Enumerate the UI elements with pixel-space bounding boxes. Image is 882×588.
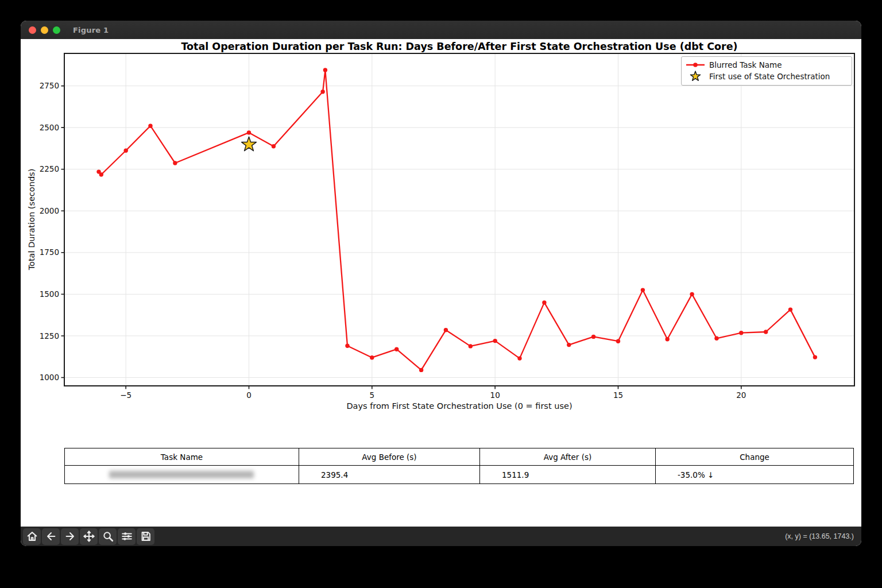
plot-area[interactable]: −505101520100012501500175020002250250027…	[21, 39, 861, 441]
header-avg-before: Avg Before (s)	[299, 448, 480, 466]
svg-text:2750: 2750	[40, 81, 59, 90]
title-bar[interactable]: Figure 1	[21, 21, 861, 39]
svg-text:1000: 1000	[40, 373, 59, 382]
svg-text:10: 10	[490, 390, 500, 400]
svg-text:2500: 2500	[40, 123, 59, 132]
configure-subplots-button[interactable]	[118, 528, 136, 545]
summary-table: Task Name Avg Before (s) Avg After (s) C…	[64, 448, 854, 484]
svg-text:1500: 1500	[40, 289, 59, 299]
y-axis-label: Total Duration (seconds)	[27, 169, 36, 270]
header-avg-after: Avg After (s)	[480, 448, 656, 466]
line-dot-marker-icon	[685, 61, 706, 69]
cursor-coordinates: (x, y) = (13.65, 1743.)	[785, 532, 854, 540]
svg-text:2250: 2250	[40, 164, 59, 173]
svg-text:15: 15	[613, 390, 623, 400]
figure-canvas[interactable]: Total Operation Duration per Task Run: D…	[21, 39, 861, 527]
back-button[interactable]	[42, 528, 60, 545]
cell-change: -35.0% ↓	[656, 466, 854, 484]
legend-item-series: Blurred Task Name	[685, 59, 847, 71]
blurred-task-name	[109, 471, 254, 478]
cell-task-name-redacted	[65, 466, 299, 484]
home-button[interactable]	[23, 528, 41, 545]
svg-text:−5: −5	[120, 390, 131, 400]
x-axis-label: Days from First State Orchestration Use …	[64, 401, 854, 411]
home-icon	[26, 530, 38, 543]
svg-text:2000: 2000	[40, 206, 59, 215]
table-row: 2395.4 1511.9 -35.0% ↓	[65, 466, 854, 484]
minimize-button[interactable]	[41, 26, 48, 34]
close-button[interactable]	[29, 26, 36, 34]
svg-text:1750: 1750	[40, 247, 59, 257]
pan-button[interactable]	[80, 528, 98, 545]
star-marker-icon	[685, 70, 706, 83]
table-header-row: Task Name Avg Before (s) Avg After (s) C…	[65, 448, 854, 466]
forward-arrow-icon	[64, 530, 76, 543]
cell-avg-after: 1511.9	[480, 466, 656, 484]
legend-label: Blurred Task Name	[709, 60, 782, 69]
legend: Blurred Task Name First use of State Orc…	[681, 56, 852, 86]
window-title: Figure 1	[73, 26, 109, 34]
header-change: Change	[656, 448, 854, 466]
magnifier-icon	[102, 530, 114, 543]
figure-window: Figure 1 Total Operation Duration per Ta…	[21, 21, 861, 546]
legend-item-star: First use of State Orchestration	[685, 71, 847, 82]
svg-text:1250: 1250	[40, 331, 59, 341]
pan-arrows-icon	[83, 530, 95, 543]
save-button[interactable]	[137, 528, 154, 545]
cell-avg-before: 2395.4	[299, 466, 480, 484]
navigation-toolbar: (x, y) = (13.65, 1743.)	[21, 527, 861, 546]
header-task-name: Task Name	[65, 448, 299, 466]
zoom-button[interactable]	[99, 528, 117, 545]
svg-text:20: 20	[736, 390, 746, 400]
sliders-icon	[121, 530, 133, 543]
forward-button[interactable]	[61, 528, 79, 545]
svg-text:0: 0	[246, 390, 252, 400]
svg-text:5: 5	[370, 390, 375, 400]
back-arrow-icon	[45, 530, 57, 543]
legend-label: First use of State Orchestration	[709, 72, 830, 81]
fullscreen-button[interactable]	[53, 26, 60, 34]
save-floppy-icon	[140, 530, 152, 543]
